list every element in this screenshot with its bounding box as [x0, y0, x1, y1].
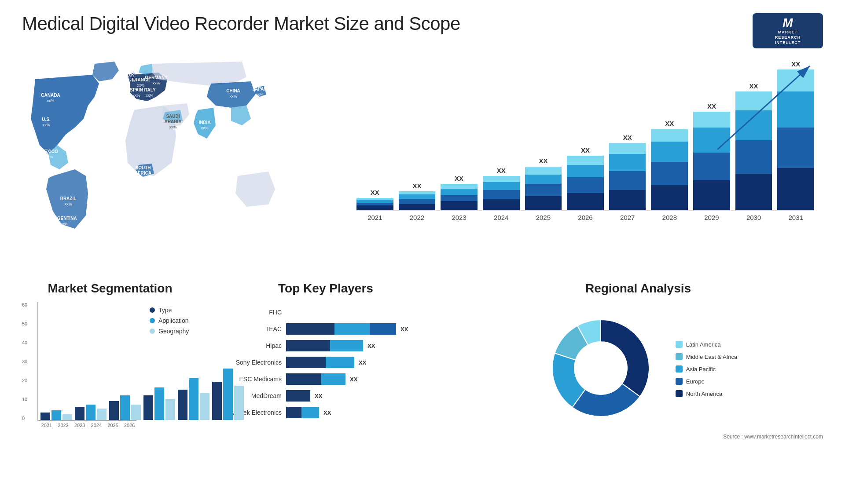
- bar-segment: [567, 156, 604, 165]
- player-name: Hipac: [216, 342, 282, 349]
- seg-bar: [131, 405, 141, 420]
- player-row: TEACXX: [216, 323, 436, 335]
- trend-arrow-svg: [717, 62, 814, 158]
- regional-section: Regional Analysis Latin AmericaMiddle Ea…: [453, 281, 823, 484]
- seg-bar: [154, 387, 164, 420]
- player-xx-label: XX: [323, 409, 331, 416]
- logo-area: M MARKET RESEARCH INTELLECT: [753, 13, 823, 48]
- svg-text:ARABIA: ARABIA: [165, 119, 182, 124]
- bar-group: XX: [525, 157, 562, 210]
- seg-x-year-label: 2024: [89, 423, 103, 428]
- bar-chart-section: XXXXXXXXXXXXXXXXXXXXXX 20212022202320242…: [348, 57, 823, 268]
- svg-line-33: [717, 66, 810, 150]
- stacked-bar: [399, 191, 436, 210]
- bar-segment: [525, 167, 562, 175]
- svg-text:AFRICA: AFRICA: [135, 171, 151, 175]
- bar-segment: [441, 189, 478, 195]
- seg-x-year-label: 2026: [122, 423, 136, 428]
- player-bar: [286, 373, 345, 385]
- player-bar: [286, 357, 354, 368]
- regional-legend-item: Latin America: [676, 341, 737, 348]
- seg-y-label-60: 60: [22, 302, 27, 307]
- bar-group: XX: [399, 182, 436, 210]
- player-bar-seg: [286, 390, 310, 402]
- seg-x-year-label: 2023: [73, 423, 87, 428]
- bar-segment: [693, 180, 730, 210]
- header: Medical Digital Video Recorder Market Si…: [22, 13, 823, 48]
- page-title: Medical Digital Video Recorder Market Si…: [22, 13, 460, 34]
- seg-bar: [165, 399, 175, 420]
- map-section: CANADA xx% U.S. xx% MEXICO xx% BRAZIL xx…: [22, 57, 330, 268]
- donut-segment: [601, 320, 649, 397]
- logo-text: MARKET RESEARCH INTELLECT: [775, 30, 801, 45]
- svg-text:xx%: xx%: [137, 83, 144, 88]
- svg-text:xx%: xx%: [42, 123, 50, 127]
- svg-text:xx%: xx%: [201, 126, 208, 130]
- stacked-bar: [441, 184, 478, 210]
- top-row: CANADA xx% U.S. xx% MEXICO xx% BRAZIL xx…: [22, 57, 823, 268]
- seg-group: [40, 410, 72, 420]
- seg-group: [212, 369, 244, 420]
- bar-x-label: 2021: [356, 214, 393, 221]
- player-xx-label: XX: [350, 376, 357, 383]
- bar-group: XX: [483, 167, 520, 210]
- players-list: FHCTEACXXHipacXXSony ElectronicsXXESC Me…: [216, 302, 436, 423]
- bar-top-label: XX: [412, 182, 421, 190]
- donut-chart: [539, 307, 662, 431]
- player-bar-seg: [286, 357, 326, 368]
- player-bar: [286, 323, 396, 335]
- seg-y-label-40: 40: [22, 340, 27, 345]
- svg-text:ITALY: ITALY: [143, 88, 156, 92]
- regional-title: Regional Analysis: [453, 281, 823, 296]
- bar-segment: [483, 190, 520, 199]
- player-bar-seg: [286, 340, 330, 351]
- seg-chart-area: 60 50 40 30 20 10 0 20212022202320242025…: [22, 302, 136, 434]
- page-container: Medical Digital Video Recorder Market Si…: [0, 0, 845, 504]
- bar-top-label: XX: [665, 120, 674, 127]
- bar-top-label: XX: [371, 189, 379, 196]
- bar-segment: [441, 184, 478, 189]
- bar-segment: [567, 193, 604, 210]
- player-name: TEAC: [216, 325, 282, 332]
- bar-segment: [399, 194, 436, 199]
- bar-segment: [609, 190, 646, 210]
- world-map-svg: CANADA xx% U.S. xx% MEXICO xx% BRAZIL xx…: [22, 57, 330, 251]
- seg-y-label-10: 10: [22, 397, 27, 402]
- seg-y-label-0: 0: [22, 416, 27, 421]
- bar-segment: [356, 205, 393, 210]
- bar-x-label: 2023: [441, 214, 478, 221]
- bar-top-label: XX: [539, 157, 547, 164]
- player-bar-seg: [286, 323, 334, 335]
- seg-group: [75, 405, 107, 420]
- player-bar-seg: [321, 373, 345, 385]
- regional-legend-color-box: [676, 378, 683, 385]
- bar-group: XX: [609, 134, 646, 210]
- bar-x-label: 2025: [525, 214, 562, 221]
- bar-top-label: XX: [455, 175, 463, 182]
- world-map: CANADA xx% U.S. xx% MEXICO xx% BRAZIL xx…: [22, 57, 330, 251]
- regional-legend-label: Latin America: [686, 341, 721, 348]
- player-row: Zowietek ElectronicsXX: [216, 407, 436, 418]
- players-section: Top Key Players FHCTEACXXHipacXXSony Ele…: [216, 281, 436, 484]
- bar-segment: [356, 200, 393, 203]
- segmentation-title: Market Segmentation: [22, 281, 198, 296]
- svg-text:BRAZIL: BRAZIL: [60, 196, 77, 201]
- bar-segment: [483, 176, 520, 182]
- player-bar: [286, 340, 363, 351]
- bar-segment: [651, 129, 688, 142]
- segmentation-section: Market Segmentation 60 50 40 30 20 10 0: [22, 281, 198, 484]
- svg-text:xx%: xx%: [64, 202, 72, 206]
- stacked-bar: [525, 166, 562, 210]
- regional-legend: Latin AmericaMiddle East & AfricaAsia Pa…: [676, 341, 737, 397]
- bar-segment: [525, 175, 562, 184]
- legend-dot-geo: [150, 329, 155, 334]
- player-row: MedDreamXX: [216, 390, 436, 402]
- bar-top-label: XX: [623, 134, 632, 141]
- bar-top-label: XX: [581, 146, 590, 154]
- bar-segment: [525, 184, 562, 196]
- svg-text:U.S.: U.S.: [42, 117, 51, 122]
- bar-segment: [399, 204, 436, 210]
- seg-bar: [212, 382, 222, 420]
- player-bar: [286, 390, 310, 402]
- legend-geo: Geography: [150, 328, 189, 335]
